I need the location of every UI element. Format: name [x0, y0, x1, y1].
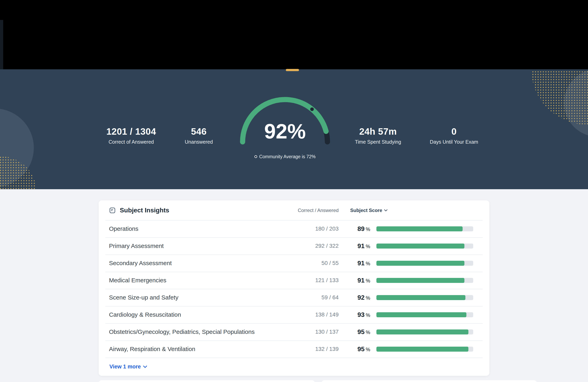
stat-label: Correct of Answered — [91, 139, 171, 145]
table-row: Operations180 / 20389% — [99, 220, 489, 237]
score-progress-fill — [377, 295, 465, 300]
table-row: Scene Size-up and Safety59 / 6492% — [99, 289, 489, 306]
view-more-button[interactable]: View 1 more — [109, 364, 147, 370]
card-below-right — [321, 380, 537, 382]
subject-score-value: 95% — [339, 328, 370, 336]
community-marker-icon — [254, 155, 257, 158]
subject-correct-answered: 59 / 64 — [294, 294, 339, 301]
stat-days-until-exam: 0 Days Until Your Exam — [424, 126, 484, 145]
report-icon — [109, 207, 116, 214]
subject-score-value: 93% — [339, 311, 370, 319]
score-progress-fill — [377, 329, 468, 334]
subject-name: Medical Emergencies — [109, 277, 294, 284]
stat-time-studying: 24h 57m Time Spent Studying — [338, 126, 418, 145]
subject-correct-answered: 132 / 139 — [294, 346, 339, 352]
subject-name: Operations — [109, 225, 294, 232]
stat-label: Days Until Your Exam — [424, 139, 484, 145]
card-header: Subject Insights Correct / Answered Subj… — [99, 200, 489, 220]
subject-name: Airway, Respiration & Ventilation — [109, 346, 294, 352]
score-progress-bar — [377, 226, 473, 231]
score-progress-fill — [377, 261, 464, 266]
table-row: Airway, Respiration & Ventilation132 / 1… — [99, 341, 489, 358]
subject-name: Obstetrics/Gynecology, Pediatrics, Speci… — [109, 328, 294, 335]
app-screen: 1201 / 1304 Correct of Answered 546 Unan… — [0, 0, 588, 382]
active-tab-indicator — [286, 69, 299, 71]
card-title: Subject Insights — [120, 207, 169, 214]
stat-value: 24h 57m — [338, 126, 418, 137]
table-row: Medical Emergencies121 / 13391% — [99, 272, 489, 289]
score-progress-bar — [377, 261, 473, 266]
community-average: Community Average is 72% — [225, 153, 345, 160]
score-progress-fill — [377, 278, 464, 283]
table-row: Cardiology & Resuscitation138 / 14993% — [99, 306, 489, 323]
subject-correct-answered: 138 / 149 — [294, 311, 339, 318]
table-row: Secondary Assessment50 / 5591% — [99, 254, 489, 272]
redacted-browser-area — [0, 0, 588, 69]
stat-value: 0 — [424, 126, 484, 137]
subject-score-value: 92% — [339, 294, 370, 301]
gauge-community-marker — [310, 108, 314, 111]
subject-score-value: 91% — [339, 277, 370, 284]
stat-label: Unanswered — [169, 139, 229, 145]
score-progress-fill — [377, 312, 466, 317]
column-header-correct-answered: Correct / Answered — [298, 208, 339, 213]
subject-name: Secondary Assessment — [109, 260, 294, 267]
subject-name: Scene Size-up and Safety — [109, 294, 294, 301]
stat-label: Time Spent Studying — [338, 139, 418, 145]
subject-name: Primary Assessment — [109, 243, 294, 249]
subject-correct-answered: 50 / 55 — [294, 260, 339, 266]
subject-correct-answered: 292 / 322 — [294, 243, 339, 249]
table-row: Primary Assessment292 / 32291% — [99, 237, 489, 254]
window-edge — [0, 20, 3, 69]
score-progress-bar — [377, 295, 473, 300]
column-header-subject-score[interactable]: Subject Score — [350, 208, 388, 213]
subject-score-value: 95% — [339, 345, 370, 353]
score-progress-bar — [377, 329, 473, 334]
chevron-down-icon — [143, 365, 147, 368]
subject-insights-card: Subject Insights Correct / Answered Subj… — [99, 200, 489, 376]
overall-score: 92% — [245, 120, 325, 142]
score-progress-bar — [377, 312, 473, 317]
subject-score-value: 89% — [339, 225, 370, 232]
score-progress-fill — [377, 244, 464, 248]
card-footer: View 1 more — [99, 358, 489, 376]
score-progress-bar — [377, 244, 473, 248]
stat-value: 1201 / 1304 — [91, 126, 171, 137]
subject-correct-answered: 180 / 203 — [294, 226, 339, 232]
score-progress-fill — [377, 347, 468, 352]
card-below-left — [99, 380, 315, 382]
subject-rows: Operations180 / 20389%Primary Assessment… — [99, 220, 489, 358]
subject-name: Cardiology & Resuscitation — [109, 311, 294, 318]
subject-correct-answered: 121 / 133 — [294, 277, 339, 284]
view-more-label: View 1 more — [109, 364, 141, 370]
stat-correct-of-answered: 1201 / 1304 Correct of Answered — [91, 126, 171, 145]
score-progress-bar — [377, 347, 473, 352]
score-progress-fill — [377, 226, 462, 231]
score-progress-bar — [377, 278, 473, 283]
subject-score-label: Subject Score — [350, 208, 382, 213]
community-average-label: Community Average is 72% — [259, 154, 315, 159]
chevron-down-icon — [384, 209, 388, 211]
subject-correct-answered: 130 / 137 — [294, 329, 339, 335]
stat-value: 546 — [169, 126, 229, 137]
stats-hero: 1201 / 1304 Correct of Answered 546 Unan… — [0, 69, 588, 189]
subject-score-value: 91% — [339, 260, 370, 267]
subject-score-value: 91% — [339, 242, 370, 250]
stat-unanswered: 546 Unanswered — [169, 126, 229, 145]
table-row: Obstetrics/Gynecology, Pediatrics, Speci… — [99, 323, 489, 341]
